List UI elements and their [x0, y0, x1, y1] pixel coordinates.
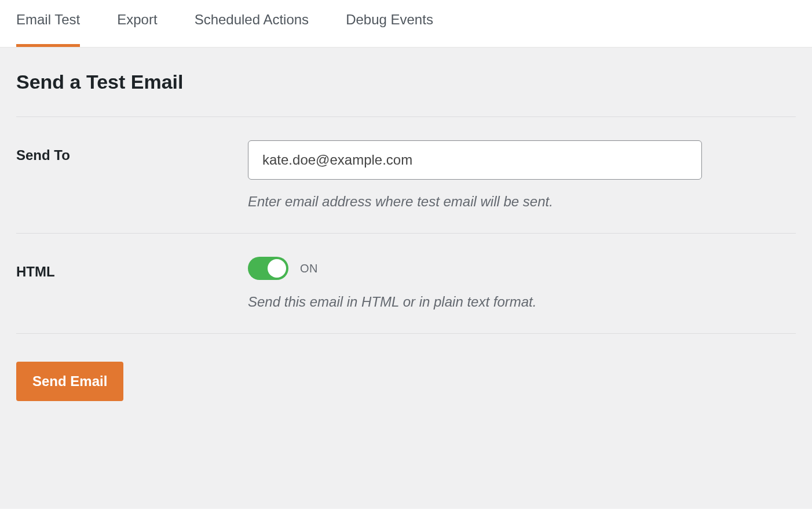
- tab-scheduled-actions[interactable]: Scheduled Actions: [195, 12, 309, 47]
- html-toggle-state: ON: [300, 262, 318, 275]
- send-to-help: Enter email address where test email wil…: [248, 194, 796, 210]
- html-help: Send this email in HTML or in plain text…: [248, 294, 796, 310]
- content-area: Send a Test Email Send To Enter email ad…: [0, 48, 812, 509]
- form-row-send-to: Send To Enter email address where test e…: [16, 117, 796, 234]
- send-to-label: Send To: [16, 140, 248, 210]
- tab-export[interactable]: Export: [117, 12, 157, 47]
- send-email-button[interactable]: Send Email: [16, 362, 123, 401]
- page-title: Send a Test Email: [16, 71, 796, 117]
- tab-email-test[interactable]: Email Test: [16, 12, 80, 47]
- toggle-knob-icon: [268, 259, 286, 278]
- form-row-html: HTML ON Send this email in HTML or in pl…: [16, 234, 796, 334]
- send-to-control: Enter email address where test email wil…: [248, 140, 796, 210]
- html-label: HTML: [16, 257, 248, 310]
- html-toggle-row: ON: [248, 257, 796, 280]
- send-to-input[interactable]: [248, 140, 702, 180]
- html-control: ON Send this email in HTML or in plain t…: [248, 257, 796, 310]
- html-toggle[interactable]: [248, 257, 288, 280]
- tab-debug-events[interactable]: Debug Events: [346, 12, 433, 47]
- submit-area: Send Email: [16, 334, 796, 401]
- tabs-nav: Email Test Export Scheduled Actions Debu…: [0, 0, 812, 48]
